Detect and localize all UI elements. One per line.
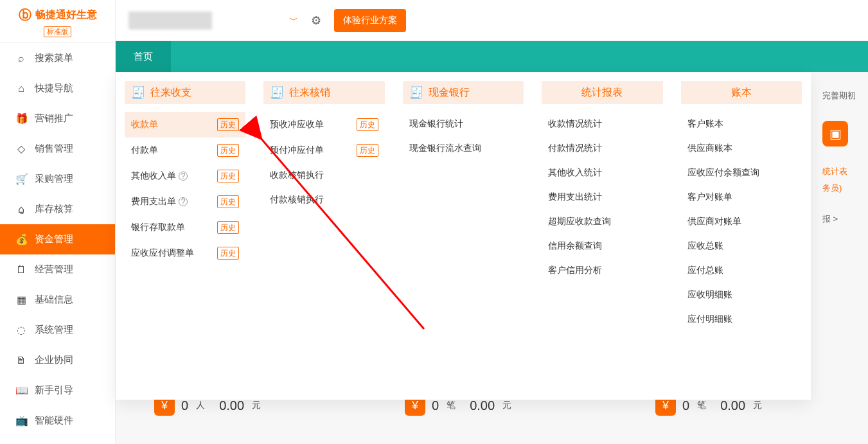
nav-inventory[interactable]: ⌂̱库存核算	[0, 194, 115, 224]
nav-base-icon: ▦	[15, 294, 27, 306]
row-payment[interactable]: 付款单历史	[125, 138, 245, 163]
nav-sales-icon: ◇	[15, 143, 27, 155]
row-pay-verify[interactable]: 付款核销执行	[263, 188, 384, 212]
row-recv-verify[interactable]: 收款核销执行	[263, 163, 384, 188]
row-bank-transfer[interactable]: 银行存取款单历史	[125, 215, 245, 240]
nav-purchase-icon: 🛒	[15, 173, 27, 185]
history-tag-button[interactable]: 历史	[217, 144, 239, 157]
nav-hardware[interactable]: 📺智能硬件	[0, 405, 115, 436]
summary-1-u: 人	[196, 400, 205, 411]
right-hint-2a[interactable]: 统计表	[822, 166, 847, 177]
mega-row-label: 应付总账	[687, 265, 723, 276]
summary-2-u: 笔	[447, 400, 456, 411]
row-cash-stats[interactable]: 现金银行统计	[403, 112, 524, 136]
tab-home[interactable]: 首页	[116, 41, 171, 72]
logo-area: ⓑ 畅捷通好生意 标准版	[0, 0, 115, 43]
nav-search-menu-icon: ⌕	[15, 53, 27, 64]
mega-row-label: 付款单	[131, 145, 158, 156]
nav-marketing[interactable]: 🎁营销推广	[0, 103, 115, 134]
row-supplier-ledger[interactable]: 供应商账本	[681, 136, 802, 161]
right-hint-2b[interactable]: 务员)	[822, 182, 842, 194]
row-exp-stat[interactable]: 费用支出统计	[542, 185, 662, 209]
row-other-stat[interactable]: 其他收入统计	[542, 161, 662, 185]
nav-purchase[interactable]: 🛒采购管理	[0, 164, 115, 194]
nav-finance[interactable]: 💰资金管理	[0, 224, 115, 254]
row-supplier-statement[interactable]: 供应商对账单	[681, 209, 802, 234]
history-tag-button[interactable]: 历史	[217, 247, 239, 260]
row-adjust[interactable]: 应收应付调整单历史	[125, 240, 245, 266]
row-ap-ledger[interactable]: 应付总账	[681, 258, 802, 283]
mega-row-label: 收款核销执行	[270, 170, 324, 181]
topbar-right-blank	[810, 10, 855, 31]
mega-row-label: 供应商对账单	[687, 216, 741, 227]
mega-col-header: 🧾往来收支	[125, 81, 245, 104]
row-expense[interactable]: 费用支出单?历史	[125, 189, 245, 215]
nav-marketing-label: 营销推广	[35, 112, 73, 125]
nav-inventory-label: 库存核算	[35, 203, 73, 215]
row-prepay-offset[interactable]: 预付冲应付单历史	[263, 138, 384, 163]
sidebar: ⓑ 畅捷通好生意 标准版 ⌕搜索菜单⌂快捷导航🎁营销推广◇销售管理🛒采购管理⌂̱…	[0, 0, 116, 444]
mega-row-label: 信用余额查询	[548, 240, 602, 252]
history-tag-button[interactable]: 历史	[357, 118, 378, 131]
nav-search-menu[interactable]: ⌕搜索菜单	[0, 43, 115, 73]
settings-gear-icon[interactable]: ⚙	[311, 13, 321, 28]
mega-col-header: 账本	[681, 81, 802, 104]
history-tag-button[interactable]: 历史	[217, 118, 239, 131]
mega-row-label: 供应商账本	[687, 143, 732, 154]
history-tag-button[interactable]: 历史	[217, 221, 239, 234]
nav-operation-label: 经营管理	[35, 263, 73, 276]
summary-1-n: 0	[181, 398, 188, 413]
nav-purchase-label: 采购管理	[35, 173, 73, 185]
history-tag-button[interactable]: 历史	[217, 195, 239, 208]
nav-quick-icon: ⌂	[15, 83, 27, 94]
nav-system-icon: ◌	[15, 324, 27, 336]
row-receipt[interactable]: 收款单历史	[125, 112, 245, 138]
row-cash-flow[interactable]: 现金银行流水查询	[403, 136, 524, 161]
mega-col-header: 🧾现金银行	[403, 81, 524, 104]
nav-sales[interactable]: ◇销售管理	[0, 134, 115, 164]
nav-hardware-icon: 📺	[15, 414, 27, 427]
nav-guide-icon: 📖	[15, 384, 27, 396]
tenant-dropdown-chevron-icon[interactable]: ﹀	[289, 15, 298, 26]
mega-row-label: 其他收入单?	[131, 170, 188, 182]
nav-system[interactable]: ◌系统管理	[0, 315, 115, 345]
summary-1-v: 0.00	[219, 398, 244, 413]
mega-col: 🧾现金银行现金银行统计现金银行流水查询	[394, 72, 533, 400]
nav-finance-label: 资金管理	[35, 233, 73, 245]
try-industry-plan-button[interactable]: 体验行业方案	[334, 9, 406, 32]
row-other-income[interactable]: 其他收入单?历史	[125, 163, 245, 189]
row-balance-query[interactable]: 应收应付余额查询	[681, 161, 802, 185]
summary-3-yu: 元	[753, 400, 762, 411]
row-ap-detail[interactable]: 应付明细账	[681, 307, 802, 332]
row-credit-balance[interactable]: 信用余额查询	[542, 234, 662, 258]
right-hint-1[interactable]: 完善期初	[822, 90, 856, 102]
mega-row-label: 客户账本	[687, 118, 723, 130]
row-recv-stat[interactable]: 收款情况统计	[542, 112, 662, 136]
history-tag-button[interactable]: 历史	[217, 170, 239, 182]
brand-logo-icon: ⓑ	[19, 6, 31, 24]
mega-col-title: 往来核销	[289, 86, 330, 100]
row-cust-ledger[interactable]: 客户账本	[681, 112, 802, 136]
nav-quick[interactable]: ⌂快捷导航	[0, 73, 115, 103]
row-credit-analysis[interactable]: 客户信用分析	[542, 258, 662, 283]
mega-row-label: 付款核销执行	[270, 194, 324, 206]
history-tag-button[interactable]: 历史	[357, 144, 378, 157]
nav-guide[interactable]: 📖新手引导	[0, 375, 115, 405]
row-cust-statement[interactable]: 客户对账单	[681, 185, 802, 209]
row-ar-detail[interactable]: 应收明细账	[681, 283, 802, 307]
row-pay-stat[interactable]: 付款情况统计	[542, 136, 662, 161]
nav-base[interactable]: ▦基础信息	[0, 285, 115, 315]
right-hint-3[interactable]: 报 >	[822, 213, 838, 225]
mega-row-label: 现金银行流水查询	[409, 143, 481, 154]
help-icon[interactable]: ?	[179, 197, 188, 206]
mega-col-title: 统计报表	[581, 86, 623, 100]
row-ar-ledger[interactable]: 应收总账	[681, 234, 802, 258]
help-icon[interactable]: ?	[179, 172, 188, 181]
nav-coop[interactable]: 🗎企业协同	[0, 345, 115, 375]
right-cube-icon[interactable]: ▣	[822, 121, 848, 147]
row-overdue[interactable]: 超期应收款查询	[542, 209, 662, 234]
row-prerecv-offset[interactable]: 预收冲应收单历史	[263, 112, 384, 138]
summary-1-yu: 元	[252, 400, 261, 411]
mega-col: 🧾往来收支收款单历史付款单历史其他收入单?历史费用支出单?历史银行存取款单历史应…	[116, 72, 254, 400]
nav-operation[interactable]: 🗒经营管理	[0, 254, 115, 285]
